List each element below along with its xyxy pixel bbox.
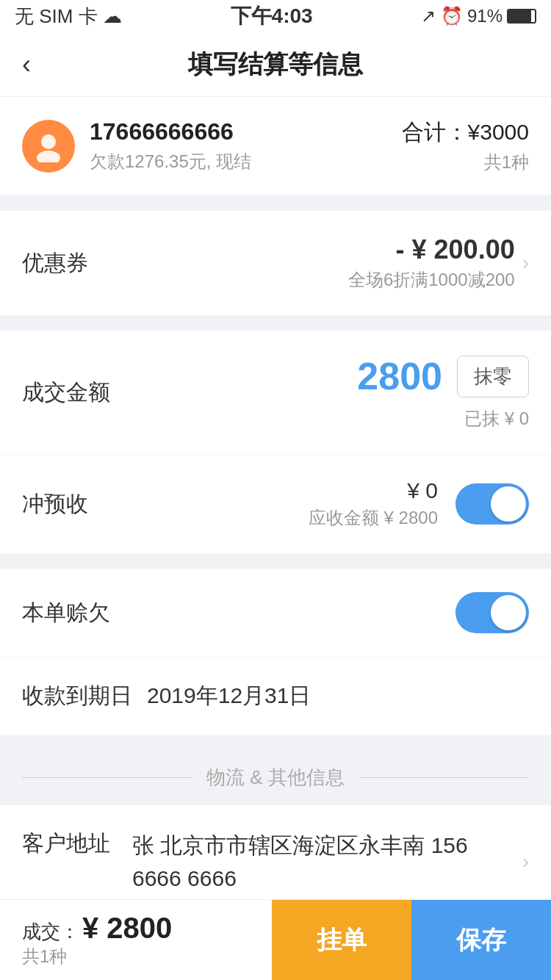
divider-4 xyxy=(0,735,551,750)
chevron-right-icon: › xyxy=(522,251,529,275)
customer-phone: 17666666666 xyxy=(90,118,251,145)
already-rounded-label: 已抹 ¥ 0 xyxy=(464,407,529,430)
customer-left: 17666666666 欠款1276.35元, 现结 xyxy=(22,118,251,173)
logistics-section-divider: 物流 & 其他信息 xyxy=(0,750,551,805)
bottom-bar: 成交： ¥ 2800 共1种 挂单 保存 xyxy=(0,899,551,980)
pre-collect-toggle[interactable] xyxy=(455,483,529,525)
total-amount: 合计：¥3000 xyxy=(402,118,529,148)
coupon-row[interactable]: 优惠券 - ¥ 200.00 全场6折满1000减200 › xyxy=(0,211,551,316)
status-right: ↗ ⏰ 91% xyxy=(421,6,536,26)
deal-amount-label: 成交金额 xyxy=(22,378,110,408)
save-button[interactable]: 保存 xyxy=(411,900,551,981)
divider-1 xyxy=(0,196,551,211)
pre-collect-label: 冲预收 xyxy=(22,489,88,519)
divider-2 xyxy=(0,316,551,331)
address-chevron-icon: › xyxy=(522,850,529,873)
nav-bar: ‹ 填写结算等信息 xyxy=(0,32,551,97)
total-count: 共1种 xyxy=(402,151,529,174)
bottom-deal-label: 成交： xyxy=(22,919,79,945)
deal-amount-row: 成交金额 2800 抹零 已抹 ¥ 0 xyxy=(0,331,551,455)
svg-point-1 xyxy=(37,151,60,162)
precollect-right: ¥ 0 应收金额 ¥ 2800 xyxy=(309,478,438,530)
receivable-amount: 应收金额 ¥ 2800 xyxy=(309,506,438,530)
toggle-knob xyxy=(491,486,526,522)
pre-collect-row: 冲预收 ¥ 0 应收金额 ¥ 2800 xyxy=(0,455,551,554)
coupon-label: 优惠券 xyxy=(22,248,88,278)
due-date-row: 收款到期日 2019年12月31日 xyxy=(0,657,551,735)
bottom-deal-count: 共1种 xyxy=(22,945,250,968)
address-label: 客户地址 xyxy=(22,829,110,859)
logistics-line-left xyxy=(22,777,192,778)
divider-3 xyxy=(0,554,551,569)
coupon-description: 全场6折满1000减200 xyxy=(348,268,515,292)
customer-info: 17666666666 欠款1276.35元, 现结 xyxy=(90,118,251,173)
page-title: 填写结算等信息 xyxy=(188,48,363,82)
logistics-text: 物流 & 其他信息 xyxy=(206,765,345,790)
customer-total: 合计：¥3000 共1种 xyxy=(402,118,529,174)
avatar-icon xyxy=(32,130,65,162)
battery-icon: ↗ ⏰ xyxy=(421,6,463,26)
bottom-deal-amount: ¥ 2800 xyxy=(82,912,172,945)
bottom-summary: 成交： ¥ 2800 共1种 xyxy=(0,912,272,968)
debt-label: 本单赊欠 xyxy=(22,598,110,628)
due-date-label: 收款到期日 xyxy=(22,681,132,711)
status-left: 无 SIM 卡 ☁ xyxy=(15,4,122,29)
address-value: 张 北京市市辖区海淀区永丰南 156 6666 6666 xyxy=(132,829,500,895)
round-zero-button[interactable]: 抹零 xyxy=(457,356,529,397)
sim-status: 无 SIM 卡 ☁ xyxy=(15,4,122,29)
battery-level: 91% xyxy=(467,6,503,26)
coupon-discount: - ¥ 200.00 xyxy=(348,234,515,265)
debt-toggle[interactable] xyxy=(455,592,529,633)
status-bar: 无 SIM 卡 ☁ 下午4:03 ↗ ⏰ 91% xyxy=(0,0,551,32)
customer-card: 17666666666 欠款1276.35元, 现结 合计：¥3000 共1种 xyxy=(0,97,551,195)
status-time: 下午4:03 xyxy=(231,2,313,30)
avatar xyxy=(22,120,75,173)
debt-row: 本单赊欠 xyxy=(0,569,551,657)
precollect-amount: ¥ 0 xyxy=(407,478,438,503)
logistics-line-right xyxy=(359,777,529,778)
customer-debt: 欠款1276.35元, 现结 xyxy=(90,150,251,173)
deal-amount-value: 2800 xyxy=(357,354,442,398)
debt-toggle-knob xyxy=(491,595,526,630)
svg-point-0 xyxy=(41,134,56,149)
hang-order-button[interactable]: 挂单 xyxy=(272,900,411,981)
back-button[interactable]: ‹ xyxy=(22,49,66,80)
due-date-value: 2019年12月31日 xyxy=(147,681,311,711)
battery-bar xyxy=(507,9,536,24)
